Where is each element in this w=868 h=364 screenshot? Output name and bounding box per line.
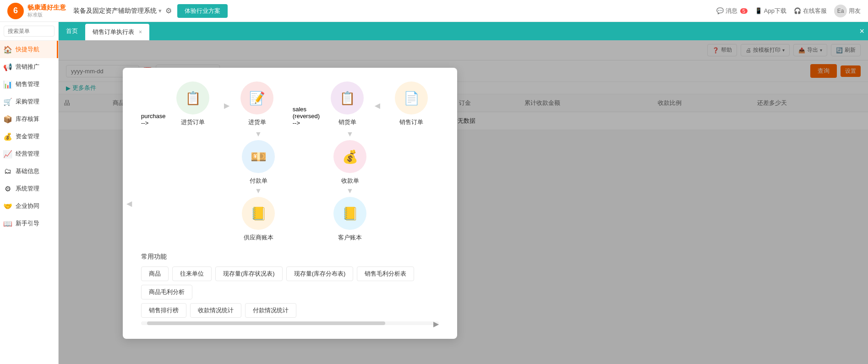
flow-circle-purchase-order: 📋 xyxy=(176,81,209,114)
flow-circle-payment: 💴 xyxy=(242,140,275,173)
func-btn-partner[interactable]: 往来单位 xyxy=(172,266,212,281)
chart-icon: 📈 xyxy=(4,150,12,158)
flow-label-purchase-order: 进货订单 xyxy=(181,118,205,126)
dropdown-arrow[interactable]: ▾ xyxy=(158,7,162,14)
online-service-label: 在线客服 xyxy=(803,7,827,15)
sidebar-item-label-2: 销售管理 xyxy=(16,80,39,88)
sidebar-item-label-1: 营销推广 xyxy=(16,63,39,71)
flow-label-sales-order: 销售订单 xyxy=(399,118,423,126)
func-btn-product[interactable]: 商品 xyxy=(141,266,169,281)
down-arrow-payment: ▼ xyxy=(255,187,262,195)
flow-label-purchase: 进货单 xyxy=(248,118,266,126)
cart-icon: 🛒 xyxy=(4,98,12,106)
tab-bar: 首页 销售订单执行表 × × xyxy=(59,22,868,40)
sidebar-item-label-3: 采购管理 xyxy=(16,98,39,106)
folder-icon: 🗂 xyxy=(4,167,12,175)
sidebar-item-label-0: 快捷导航 xyxy=(16,45,39,54)
user-action[interactable]: Ea 用友 xyxy=(834,5,861,17)
func-btn-stock-status[interactable]: 现存量(库存状况表) xyxy=(215,266,283,281)
sidebar-item-label-6: 经营管理 xyxy=(16,150,39,158)
app-download-action[interactable]: 📱 App下载 xyxy=(755,7,786,15)
flow-label-payment: 付款单 xyxy=(250,177,267,185)
flow-item-sales-order[interactable]: 📄 销售订单 xyxy=(384,81,439,126)
logo-icon: 6 xyxy=(7,3,24,19)
flow-item-purchase-order[interactable]: 📋 进货订单 xyxy=(165,81,220,126)
flow-item-customer-account[interactable]: 📒 客户账本 xyxy=(322,197,377,242)
gear-icon: ⚙ xyxy=(4,185,12,193)
online-service-action[interactable]: 🎧 在线客服 xyxy=(794,7,827,15)
flow-diagram: purchase --> 📋 进货订单 ▶ 📝 进货单 xyxy=(141,81,439,242)
func-buttons-row2: 销售排行榜 收款情况统计 付款情况统计 xyxy=(141,303,439,318)
flow-circle-sales-order: 📄 xyxy=(395,81,428,114)
sidebar: 🏠 快捷导航 📢 营销推广 📊 销售管理 🛒 采购管理 📦 库存核算 💰 xyxy=(0,22,59,364)
settings-icon[interactable]: ⚙ xyxy=(165,6,172,15)
scroll-arrow-left[interactable]: ◀ xyxy=(126,199,132,208)
arrow-right-1: ▶ xyxy=(224,101,229,110)
sidebar-item-label-4: 库存核算 xyxy=(16,115,39,123)
logo-area: 6 畅康通好生意 标准版 xyxy=(7,3,66,19)
tab-sales-order[interactable]: 销售订单执行表 × xyxy=(85,24,149,40)
system-name: 装备及固定资产辅助管理系统 xyxy=(73,7,157,15)
app-wrapper: 6 畅康通好生意 标准版 装备及固定资产辅助管理系统 ▾ ⚙ 体验行业方案 💬 … xyxy=(0,0,868,364)
sidebar-item-marketing[interactable]: 📢 营销推广 xyxy=(0,58,58,76)
flow-item-supplier-account[interactable]: 📒 供应商账本 xyxy=(231,197,286,242)
flow-label-customer-account: 客户账本 xyxy=(338,234,362,242)
sidebar-item-basic-info[interactable]: 🗂 基础信息 xyxy=(0,163,58,180)
flow-circle-purchase: 📝 xyxy=(240,81,273,114)
scroll-arrow-right[interactable]: ▶ xyxy=(433,320,439,328)
down-arrow-receipt: ▼ xyxy=(346,187,354,195)
sidebar-item-quick-nav[interactable]: 🏠 快捷导航 xyxy=(0,41,58,58)
func-btn-receipt-stat[interactable]: 收款情况统计 xyxy=(190,303,241,318)
tab-close-icon[interactable]: × xyxy=(139,29,142,35)
app-download-label: App下载 xyxy=(764,7,786,15)
sidebar-item-newbie[interactable]: 📖 新手引导 xyxy=(0,215,58,232)
down-arrow-sales: ▼ xyxy=(346,130,354,138)
flow-item-payment[interactable]: 💴 付款单 xyxy=(231,140,286,185)
book-icon: 📖 xyxy=(4,219,12,228)
common-functions: 常用功能 商品 往来单位 现存量(库存状况表) 现存量(库存分布表) 销售毛利分… xyxy=(141,253,439,318)
message-badge: 5 xyxy=(740,8,748,14)
sidebar-item-purchase[interactable]: 🛒 采购管理 xyxy=(0,93,58,110)
megaphone-icon: 📢 xyxy=(4,63,12,71)
flow-row-2: ▼ 💴 付款单 ▼ 📒 供应商账本 xyxy=(141,130,439,242)
tab-sales-order-label: 销售订单执行表 xyxy=(93,28,134,36)
logo-text: 畅康通好生意 标准版 xyxy=(27,3,66,18)
func-btn-payment-stat[interactable]: 付款情况统计 xyxy=(245,303,296,318)
sidebar-item-operations[interactable]: 📈 经营管理 xyxy=(0,145,58,163)
page-content: ❓ 帮助 🖨 按模板打印 ▾ 📤 导出 ▾ 🔄 xyxy=(59,40,868,364)
func-btn-sales-profit[interactable]: 销售毛利分析表 xyxy=(357,266,414,281)
search-input[interactable] xyxy=(4,26,55,37)
trial-button[interactable]: 体验行业方案 xyxy=(177,4,228,18)
sidebar-item-system[interactable]: ⚙ 系统管理 xyxy=(0,180,58,197)
avatar: Ea xyxy=(834,5,847,17)
sidebar-item-enterprise[interactable]: 🤝 企业协同 xyxy=(0,197,58,215)
message-label: 消息 xyxy=(726,7,737,15)
func-btn-sales-rank[interactable]: 销售排行榜 xyxy=(141,303,186,318)
phone-icon: 📱 xyxy=(755,7,762,14)
flow-row-1: purchase --> 📋 进货订单 ▶ 📝 进货单 xyxy=(141,81,439,126)
sidebar-item-label-9: 企业协同 xyxy=(16,202,39,210)
tab-home[interactable]: 首页 xyxy=(59,22,85,40)
flow-item-purchase[interactable]: 📝 进货单 xyxy=(229,81,284,126)
scroll-thumb[interactable] xyxy=(147,321,385,325)
flow-label-sales: 销货单 xyxy=(338,118,356,126)
sidebar-item-finance[interactable]: 💰 资金管理 xyxy=(0,128,58,145)
arrow-right-2: ▶ xyxy=(375,101,380,110)
handshake-icon: 🤝 xyxy=(4,202,12,210)
func-btn-stock-dist[interactable]: 现存量(库存分布表) xyxy=(286,266,354,281)
flow-item-receipt[interactable]: 💰 收款单 xyxy=(322,140,377,185)
scroll-track: ▶ xyxy=(141,321,439,325)
flow-label-supplier-account: 供应商账本 xyxy=(244,234,273,242)
sidebar-item-inventory[interactable]: 📦 库存核算 xyxy=(0,110,58,128)
message-icon: 💬 xyxy=(716,7,724,14)
content-area: 首页 销售订单执行表 × × ❓ 帮助 🖨 xyxy=(59,22,868,364)
flow-item-sales[interactable]: 📋 销货单 xyxy=(320,81,375,126)
tab-bar-close-icon[interactable]: × xyxy=(859,27,864,36)
message-action[interactable]: 💬 消息 5 xyxy=(716,7,748,15)
func-btn-product-profit[interactable]: 商品毛利分析 xyxy=(141,285,192,299)
home-icon: 🏠 xyxy=(4,45,12,54)
sidebar-item-sales[interactable]: 📊 销售管理 xyxy=(0,76,58,93)
user-name: 用友 xyxy=(849,7,861,15)
brand-sub: 标准版 xyxy=(27,11,66,18)
box-icon: 📦 xyxy=(4,115,12,123)
